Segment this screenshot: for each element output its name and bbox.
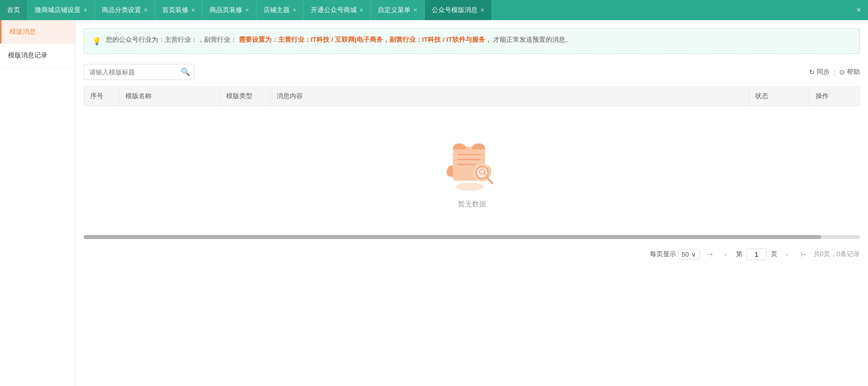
sync-button[interactable]: ↻ 同步 <box>809 67 830 76</box>
nav-item-template-message[interactable]: 公众号模版消息 × <box>425 0 492 20</box>
nav-item-custom-menu[interactable]: 自定义菜单 × <box>371 0 425 20</box>
close-all-button[interactable]: × <box>849 6 868 15</box>
notice-banner: 💡 您的公众号行业为：主营行业：，副营行业： 需要设置为：主营行业：IT科技 /… <box>84 28 860 54</box>
nav-label-homepage-decoration: 首页装修 <box>162 6 188 15</box>
page-label-prefix: 第 <box>736 250 743 259</box>
main-layout: 模版消息 模版消息记录 💡 您的公众号行业为：主营行业：，副营行业： 需要设置为… <box>0 20 868 386</box>
search-input[interactable] <box>84 64 194 80</box>
page-size-selector: 每页显示 50 ∨ <box>650 249 699 260</box>
data-table: 序号 模版名称 模版类型 消息内容 状态 操作 <box>84 86 860 229</box>
notice-text: 您的公众号行业为：主营行业：，副营行业： 需要设置为：主营行业：IT科技 / 互… <box>106 35 572 45</box>
dropdown-arrow-icon: ∨ <box>691 251 696 258</box>
page-size-value: 50 <box>682 251 689 258</box>
close-icon-template-message[interactable]: × <box>481 7 484 14</box>
close-icon-shop-settings[interactable]: × <box>84 7 87 14</box>
col-header-content: 消息内容 <box>271 87 749 106</box>
content-area: 💡 您的公众号行业为：主营行业：，副营行业： 需要设置为：主营行业：IT科技 /… <box>76 20 868 386</box>
sync-icon: ↻ <box>809 68 815 76</box>
table-header-row: 序号 模版名称 模版类型 消息内容 状态 操作 <box>84 87 860 106</box>
help-icon: ⊙ <box>839 68 845 76</box>
search-left: 🔍 <box>84 64 194 80</box>
sidebar: 模版消息 模版消息记录 <box>0 20 76 386</box>
sync-label: 同步 <box>817 67 830 76</box>
nav-item-shop-theme[interactable]: 店铺主题 × <box>256 0 304 20</box>
nav-label-shop-theme: 店铺主题 <box>263 6 290 15</box>
notice-highlight: 需要设置为：主营行业：IT科技 / 互联网|电子商务，副营行业：IT科技 / I… <box>239 36 492 43</box>
pagination: 每页显示 50 ∨ ⊣ ‹ 第 页 › ⊢ 共0页，0条记录 <box>84 245 860 263</box>
page-label-suffix: 页 <box>771 250 777 259</box>
page-size-dropdown[interactable]: 50 ∨ <box>678 249 699 260</box>
close-icon-category-settings[interactable]: × <box>144 7 148 14</box>
divider: | <box>834 68 835 76</box>
nav-label-product-decoration: 商品页装修 <box>210 6 242 15</box>
close-icon-custom-menu[interactable]: × <box>414 7 417 14</box>
empty-row: 暂无数据 <box>84 106 860 229</box>
col-header-action: 操作 <box>810 87 860 106</box>
col-header-status: 状态 <box>749 87 810 106</box>
search-button[interactable]: 🔍 <box>181 67 190 76</box>
page-number-input[interactable] <box>747 248 767 260</box>
nav-item-category-settings[interactable]: 商品分类设置 × <box>95 0 155 20</box>
close-icon-shop-theme[interactable]: × <box>293 7 296 14</box>
sidebar-item-template-msg-record[interactable]: 模版消息记录 <box>0 44 75 67</box>
col-header-type: 模版类型 <box>220 87 271 106</box>
col-header-name: 模版名称 <box>119 87 220 106</box>
notice-icon: 💡 <box>92 35 102 47</box>
search-right: ↻ 同步 | ⊙ 帮助 <box>809 67 860 76</box>
nav-item-homepage-decoration[interactable]: 首页装修 × <box>155 0 203 20</box>
nav-item-product-decoration[interactable]: 商品页装修 × <box>203 0 256 20</box>
next-page-button[interactable]: › <box>781 248 793 260</box>
horizontal-scrollbar[interactable] <box>84 235 860 239</box>
help-label: 帮助 <box>847 67 860 76</box>
nav-label-custom-menu: 自定义菜单 <box>378 6 411 15</box>
nav-label-category-settings: 商品分类设置 <box>102 6 141 15</box>
help-button[interactable]: ⊙ 帮助 <box>839 67 860 76</box>
top-navigation: 首页 微商城店铺设置 × 商品分类设置 × 首页装修 × 商品页装修 × 店铺主… <box>0 0 868 20</box>
nav-label-open-mall: 开通公众号商城 <box>311 6 357 15</box>
svg-point-0 <box>455 183 484 191</box>
close-icon-homepage-decoration[interactable]: × <box>191 7 195 14</box>
empty-text: 暂无数据 <box>458 200 486 209</box>
close-icon-product-decoration[interactable]: × <box>245 7 249 14</box>
nav-item-open-mall[interactable]: 开通公众号商城 × <box>304 0 371 20</box>
search-input-wrap: 🔍 <box>84 64 194 80</box>
empty-illustration <box>442 136 502 192</box>
search-bar: 🔍 ↻ 同步 | ⊙ 帮助 <box>84 64 860 80</box>
scrollbar-thumb[interactable] <box>84 235 821 239</box>
nav-label-home: 首页 <box>7 6 20 15</box>
close-icon-open-mall[interactable]: × <box>360 7 363 14</box>
sidebar-item-template-msg[interactable]: 模版消息 <box>0 20 75 44</box>
page-size-label: 每页显示 <box>650 250 676 259</box>
first-page-button[interactable]: ⊣ <box>704 248 716 260</box>
page-summary: 共0页，0条记录 <box>814 250 860 259</box>
empty-state: 暂无数据 <box>84 106 860 229</box>
nav-label-template-message: 公众号模版消息 <box>432 6 478 15</box>
nav-item-shop-settings[interactable]: 微商城店铺设置 × <box>28 0 95 20</box>
col-header-seq: 序号 <box>84 87 119 106</box>
nav-item-home[interactable]: 首页 <box>0 0 28 20</box>
prev-page-button[interactable]: ‹ <box>720 248 732 260</box>
nav-label-shop-settings: 微商城店铺设置 <box>35 6 81 15</box>
last-page-button[interactable]: ⊢ <box>797 248 810 260</box>
svg-line-8 <box>487 177 492 183</box>
